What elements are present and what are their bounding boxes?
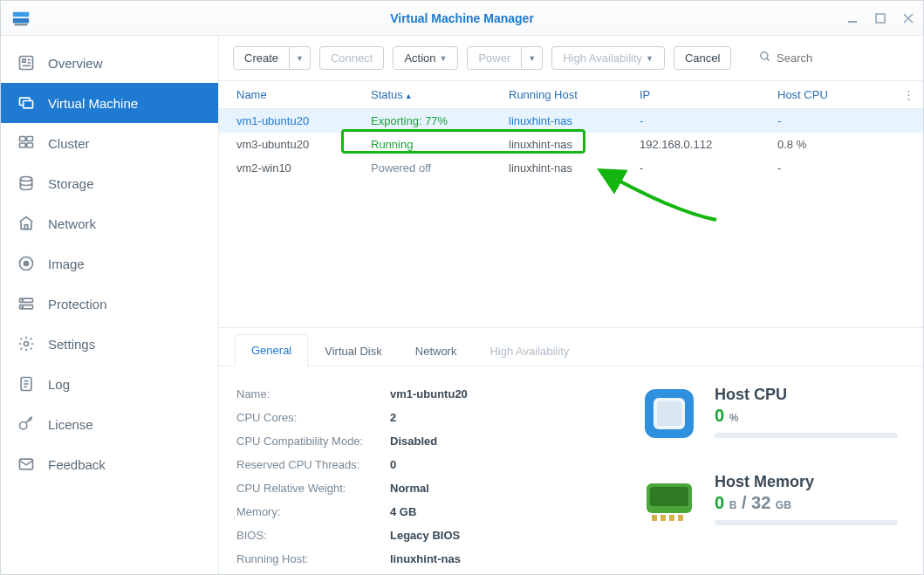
svg-rect-38 bbox=[652, 515, 657, 521]
host-memory-gauge: Host Memory 0 B / 32 GB bbox=[641, 473, 898, 529]
protection-icon bbox=[17, 294, 36, 313]
search-icon bbox=[759, 51, 771, 65]
cell-cpu: - bbox=[777, 161, 900, 175]
feedback-icon bbox=[17, 455, 36, 474]
sidebar-item-feedback[interactable]: Feedback bbox=[1, 444, 218, 484]
svg-line-32 bbox=[767, 58, 770, 61]
tab-network[interactable]: Network bbox=[399, 335, 474, 366]
property-label: CPU Cores: bbox=[236, 411, 390, 424]
svg-point-31 bbox=[761, 52, 768, 59]
settings-icon bbox=[17, 334, 36, 353]
sidebar-item-label: Settings bbox=[48, 337, 95, 352]
license-icon bbox=[17, 414, 36, 434]
property-row: CPU Compatibility Mode:Disabled bbox=[236, 429, 568, 453]
power-button[interactable]: Power bbox=[467, 46, 522, 70]
svg-rect-41 bbox=[678, 515, 683, 521]
tab-high-availability: High Availability bbox=[473, 335, 585, 366]
sidebar-item-label: Log bbox=[48, 377, 70, 392]
app-icon bbox=[11, 9, 31, 28]
sidebar-item-protection[interactable]: Protection bbox=[1, 284, 218, 324]
minimize-button[interactable] bbox=[845, 10, 860, 26]
create-button[interactable]: Create bbox=[233, 46, 290, 70]
table-row[interactable]: vm3-ubuntu20Runninglinuxhint-nas192.168.… bbox=[219, 133, 923, 156]
cluster-icon bbox=[17, 133, 36, 153]
create-dropdown[interactable]: ▼ bbox=[290, 46, 311, 70]
ha-button[interactable]: High Availability▼ bbox=[551, 46, 665, 70]
cell-status: Exporting: 77% bbox=[371, 114, 509, 127]
sidebar-item-license[interactable]: License bbox=[1, 404, 218, 444]
cell-name: vm3-ubuntu20 bbox=[236, 138, 371, 151]
columns-menu-icon[interactable]: ⋮ bbox=[900, 88, 918, 101]
col-ip[interactable]: IP bbox=[640, 88, 777, 101]
gauge-bar bbox=[715, 433, 898, 438]
svg-rect-12 bbox=[20, 137, 26, 141]
vm-table: Name Status▲ Running Host IP Host CPU ⋮ … bbox=[219, 81, 923, 180]
svg-rect-13 bbox=[27, 137, 33, 141]
sidebar-item-storage[interactable]: Storage bbox=[1, 163, 218, 203]
property-row: Name:vm1-ubuntu20 bbox=[236, 382, 568, 406]
tab-general[interactable]: General bbox=[235, 334, 308, 366]
sort-asc-icon: ▲ bbox=[405, 92, 413, 100]
property-value: Normal bbox=[390, 482, 429, 495]
sidebar-item-log[interactable]: Log bbox=[1, 364, 218, 404]
cell-ip: - bbox=[640, 114, 777, 127]
sidebar-item-cluster[interactable]: Cluster bbox=[1, 123, 218, 163]
storage-icon bbox=[17, 174, 36, 193]
cpu-icon bbox=[641, 386, 697, 442]
property-value: Disabled bbox=[390, 435, 437, 448]
cell-name: vm1-ubuntu20 bbox=[236, 114, 371, 127]
svg-rect-14 bbox=[20, 143, 26, 147]
svg-rect-35 bbox=[657, 401, 681, 426]
property-label: Reserved CPU Threads: bbox=[236, 458, 390, 471]
sidebar-item-settings[interactable]: Settings bbox=[1, 324, 218, 364]
svg-point-24 bbox=[24, 342, 29, 346]
memory-icon bbox=[641, 473, 697, 529]
cell-host: linuxhint-nas bbox=[509, 161, 640, 175]
gauges: Host CPU 0 % Host Memory bbox=[610, 382, 907, 571]
toolbar: Create ▼ Connect Action▼ Power ▼ High Av… bbox=[219, 36, 923, 81]
tab-virtual-disk[interactable]: Virtual Disk bbox=[308, 335, 399, 366]
create-group: Create ▼ bbox=[233, 46, 311, 70]
sidebar-item-image[interactable]: Image bbox=[1, 243, 218, 284]
search-box[interactable] bbox=[752, 47, 909, 69]
sidebar-item-network[interactable]: Network bbox=[1, 203, 218, 243]
connect-button[interactable]: Connect bbox=[319, 46, 384, 70]
table-row[interactable]: vm1-ubuntu20Exporting: 77%linuxhint-nas-… bbox=[219, 109, 923, 133]
property-label: Name: bbox=[236, 387, 390, 400]
close-button[interactable] bbox=[900, 10, 916, 26]
svg-rect-0 bbox=[13, 11, 29, 17]
cell-status: Powered off bbox=[371, 161, 509, 175]
cancel-button[interactable]: Cancel bbox=[674, 46, 731, 70]
col-status[interactable]: Status▲ bbox=[371, 88, 509, 101]
property-label: BIOS: bbox=[236, 529, 390, 542]
search-input[interactable] bbox=[777, 51, 899, 65]
power-group: Power ▼ bbox=[467, 46, 543, 70]
table-row[interactable]: vm2-win10Powered offlinuxhint-nas-- bbox=[219, 156, 923, 180]
svg-point-22 bbox=[22, 300, 23, 301]
cell-status: Running bbox=[371, 138, 509, 151]
col-hostcpu[interactable]: Host CPU bbox=[777, 88, 900, 101]
gauge-title: Host CPU bbox=[715, 386, 898, 404]
sidebar-item-overview[interactable]: Overview bbox=[1, 43, 218, 83]
col-name[interactable]: Name bbox=[236, 88, 371, 101]
property-label: Memory: bbox=[236, 505, 390, 518]
maximize-button[interactable] bbox=[873, 10, 888, 26]
sidebar-item-virtual-machine[interactable]: Virtual Machine bbox=[1, 83, 218, 123]
gauge-value: 0 B / 32 GB bbox=[715, 493, 898, 513]
window-controls bbox=[845, 10, 916, 26]
sidebar-item-label: Virtual Machine bbox=[48, 96, 138, 111]
vm-icon bbox=[17, 93, 36, 113]
cell-host: linuxhint-nas bbox=[509, 138, 640, 151]
power-dropdown[interactable]: ▼ bbox=[522, 46, 543, 70]
cell-cpu: 0.8 % bbox=[777, 138, 900, 151]
property-value: vm1-ubuntu20 bbox=[390, 387, 468, 400]
property-value: Legacy BIOS bbox=[390, 529, 460, 542]
sidebar-item-label: Overview bbox=[48, 56, 103, 71]
col-runninghost[interactable]: Running Host bbox=[509, 88, 640, 101]
ha-label: High Availability bbox=[563, 51, 642, 65]
property-label: CPU Compatibility Mode: bbox=[236, 435, 390, 448]
action-button[interactable]: Action▼ bbox=[393, 46, 458, 70]
action-label: Action bbox=[404, 51, 435, 65]
cell-cpu: - bbox=[777, 114, 900, 127]
chevron-down-icon: ▼ bbox=[296, 54, 304, 63]
